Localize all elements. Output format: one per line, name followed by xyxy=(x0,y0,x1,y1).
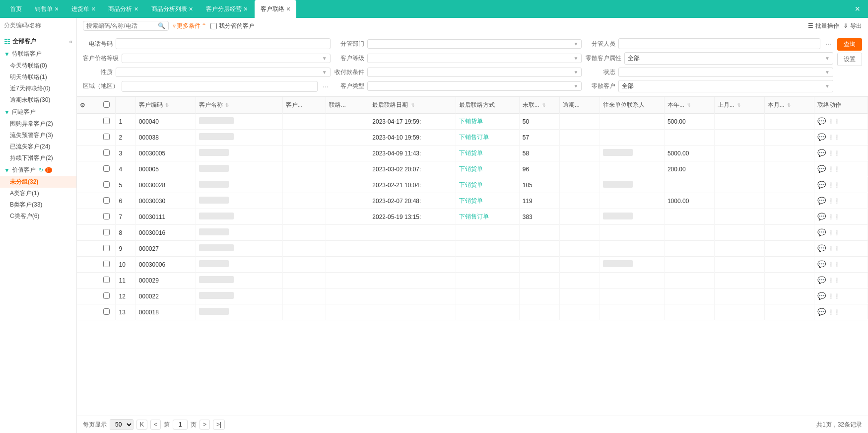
phone-input[interactable] xyxy=(116,38,331,49)
close-product-analysis-list-tab[interactable]: × xyxy=(189,5,193,13)
last-page-btn[interactable]: >| xyxy=(213,420,225,430)
nav-tab-sales[interactable]: 销售单 × xyxy=(29,0,65,18)
sidebar-item-churned[interactable]: 已流失客户(24) xyxy=(0,141,76,152)
more-action-icon[interactable]: ❕❕ xyxy=(828,309,840,315)
sidebar-item-class-c[interactable]: C类客户(6) xyxy=(0,211,76,222)
more-action-icon[interactable]: ❕❕ xyxy=(828,262,840,267)
nav-tab-customer-contact[interactable]: 客户联络 × xyxy=(255,0,296,18)
col-code[interactable]: 客户编码 ⇅ xyxy=(135,97,196,114)
region-input[interactable] xyxy=(122,81,318,92)
col-settings[interactable]: ⚙ xyxy=(77,97,97,114)
collapse-sidebar-btn[interactable]: « xyxy=(69,38,72,45)
payment-select[interactable]: ▼ xyxy=(367,68,582,77)
contact-method-link[interactable]: 下销货单 xyxy=(459,181,483,188)
customer-type-select[interactable]: ▼ xyxy=(367,81,582,91)
contact-action-icon[interactable]: 💬 xyxy=(817,260,826,268)
col-inter-contact[interactable]: 往来单位联系人 xyxy=(600,97,664,114)
row-checkbox[interactable] xyxy=(103,213,110,219)
row-last-contact-method[interactable] xyxy=(456,273,520,289)
sidebar-item-tomorrow-pending[interactable]: 明天待联络(1) xyxy=(0,72,76,83)
more-action-icon[interactable]: ❕❕ xyxy=(828,278,840,283)
sidebar-group-pending[interactable]: ▼ 待联络客户 xyxy=(0,48,76,60)
col-contact[interactable]: 联络... xyxy=(326,97,369,114)
sidebar-item-churn-warning[interactable]: 流失预警客户(3) xyxy=(0,130,76,141)
prev-page-btn[interactable]: < xyxy=(150,420,161,430)
sidebar-item-7day-pending[interactable]: 近7天待联络(0) xyxy=(0,83,76,94)
contact-action-icon[interactable]: 💬 xyxy=(817,292,826,300)
price-level-select[interactable]: ▼ xyxy=(122,54,331,63)
nature-select[interactable]: ▼ xyxy=(116,68,331,77)
row-checkbox[interactable] xyxy=(103,134,110,140)
my-customers-checkbox[interactable] xyxy=(210,23,217,29)
more-action-icon[interactable]: ❕❕ xyxy=(828,293,840,299)
row-checkbox[interactable] xyxy=(103,245,110,251)
row-checkbox[interactable] xyxy=(103,229,110,235)
row-last-contact-method[interactable] xyxy=(456,304,520,320)
per-page-select[interactable]: 50 xyxy=(110,419,134,430)
sidebar-search-input[interactable] xyxy=(4,22,77,29)
contact-method-link[interactable]: 下销货单 xyxy=(459,149,483,156)
row-last-contact-method[interactable]: 下销货单 xyxy=(456,177,520,193)
col-last-contact-method[interactable]: 最后联络方式 xyxy=(456,97,520,114)
col-name[interactable]: 客户名称 ⇅ xyxy=(196,97,282,114)
contact-action-icon[interactable]: 💬 xyxy=(817,117,826,125)
contact-method-link[interactable]: 下销售订单 xyxy=(459,134,489,141)
nav-tab-product-analysis[interactable]: 商品分析 × xyxy=(102,0,144,18)
more-conditions-btn[interactable]: ▿ 更多条件 ⌃ xyxy=(173,22,206,30)
row-last-contact-method[interactable] xyxy=(456,241,520,257)
contact-action-icon[interactable]: 💬 xyxy=(817,149,826,157)
contact-action-icon[interactable]: 💬 xyxy=(817,244,826,252)
col-not-contacted[interactable]: 未联... ⇅ xyxy=(519,97,559,114)
more-action-icon[interactable]: ❕❕ xyxy=(828,119,840,124)
more-action-icon[interactable]: ❕❕ xyxy=(828,230,840,235)
contact-method-link[interactable]: 下销货单 xyxy=(459,118,483,125)
contact-action-icon[interactable]: 💬 xyxy=(817,181,826,189)
col-overdue[interactable]: 逾期... xyxy=(559,97,600,114)
contact-action-icon[interactable]: 💬 xyxy=(817,276,826,284)
contact-action-icon[interactable]: 💬 xyxy=(817,213,826,220)
close-product-analysis-tab[interactable]: × xyxy=(134,5,138,13)
col-last-contact-date[interactable]: 最后联络日期 ⇅ xyxy=(369,97,456,114)
my-customers-filter[interactable]: 我分管的客户 xyxy=(210,22,255,30)
dept-select[interactable]: ▼ xyxy=(367,39,582,49)
nav-tab-customer-segment[interactable]: 客户分层经营 × xyxy=(200,0,254,18)
contact-method-link[interactable]: 下销货单 xyxy=(459,165,483,172)
status-select[interactable]: ▼ xyxy=(618,68,833,77)
retail-attr-select[interactable]: 全部 ▼ xyxy=(624,52,833,65)
close-all-tabs[interactable]: × xyxy=(851,4,864,14)
main-search-input[interactable] xyxy=(86,22,156,29)
reset-button[interactable]: 设置 xyxy=(837,53,862,66)
settings-icon[interactable]: ⚙ xyxy=(80,102,85,109)
more-action-icon[interactable]: ❕❕ xyxy=(828,166,840,172)
main-search-icon[interactable]: 🔍 xyxy=(158,22,165,29)
row-last-contact-method[interactable]: 下销货单 xyxy=(456,114,520,130)
sidebar-group-problem[interactable]: ▼ 问题客户 xyxy=(0,106,76,118)
next-page-btn[interactable]: > xyxy=(200,420,210,430)
sidebar-item-declining[interactable]: 持续下滑客户(2) xyxy=(0,152,76,164)
nav-tab-product-analysis-list[interactable]: 商品分析列表 × xyxy=(145,0,199,18)
customer-level-select[interactable]: ▼ xyxy=(367,54,582,63)
row-checkbox[interactable] xyxy=(103,277,110,283)
row-checkbox[interactable] xyxy=(103,181,110,188)
sidebar-item-class-b[interactable]: B类客户(33) xyxy=(0,199,76,211)
sidebar-group-value[interactable]: ▼ 价值客户 ↻ F xyxy=(0,164,76,176)
more-action-icon[interactable]: ❕❕ xyxy=(828,214,840,219)
col-category[interactable]: 客户... xyxy=(282,97,326,114)
query-button[interactable]: 查询 xyxy=(837,38,862,51)
close-customer-segment-tab[interactable]: × xyxy=(244,5,248,13)
more-action-icon[interactable]: ❕❕ xyxy=(828,182,840,188)
nav-tab-purchase[interactable]: 进货单 × xyxy=(66,0,101,18)
row-checkbox[interactable] xyxy=(103,308,110,315)
contact-action-icon[interactable]: 💬 xyxy=(817,165,826,173)
contact-method-link[interactable]: 下销货单 xyxy=(459,197,483,204)
select-all-checkbox[interactable] xyxy=(103,101,110,108)
sidebar-item-ungrouped[interactable]: 未分组(32) xyxy=(0,176,76,188)
row-checkbox[interactable] xyxy=(103,149,110,156)
sidebar-item-class-a[interactable]: A类客户(1) xyxy=(0,188,76,199)
row-checkbox[interactable] xyxy=(103,165,110,172)
row-last-contact-method[interactable]: 下销货单 xyxy=(456,193,520,209)
manager-input[interactable] xyxy=(618,38,820,49)
row-checkbox[interactable] xyxy=(103,292,110,299)
col-checkbox[interactable] xyxy=(97,97,116,114)
first-page-btn[interactable]: K xyxy=(136,420,147,430)
